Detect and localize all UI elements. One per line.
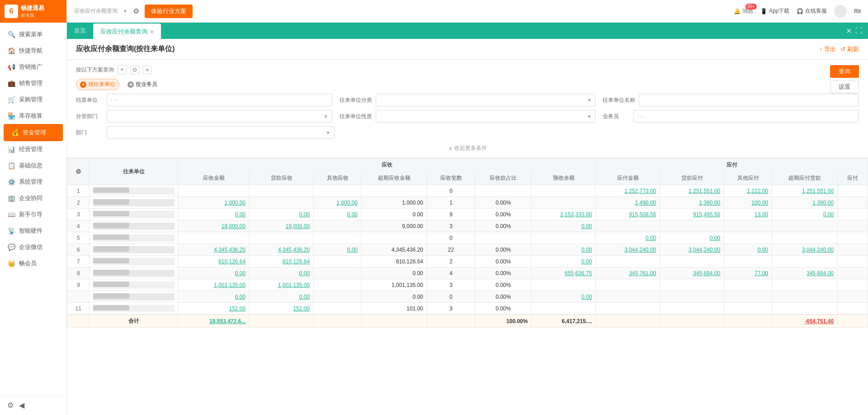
export-icon: ↑ [820, 46, 823, 52]
sidebar-item-wechat[interactable]: 💬 企业微信 [0, 239, 66, 255]
th-ap-group: 应付 [596, 158, 868, 172]
table-container[interactable]: ⚙ 往来单位 应收 应付 应收金额 贷款应收 其他应收 超期应收金额 应收笔数 … [67, 158, 868, 415]
collapse-icon: ∧ [448, 145, 453, 152]
sidebar-item-system[interactable]: ⚙️ 系统管理 [0, 174, 66, 190]
th-ap-other: 其他应付 [724, 172, 772, 185]
sidebar-item-label: 库存核算 [19, 112, 42, 120]
sidebar-item-inventory[interactable]: 🏪 库存核算 [0, 108, 66, 124]
enterprise-icon: 🏢 [7, 194, 15, 202]
sidebar-item-label: 资金管理 [23, 129, 46, 137]
solution-button[interactable]: 体验行业方案 [145, 5, 193, 18]
sidebar-item-label: 智能硬件 [19, 227, 42, 235]
table-row: 21,000.001,000.001,000.0010.00%1,490.001… [67, 197, 868, 209]
filter-field-partner-name: 往来单位名称 [603, 94, 859, 106]
partner-nature-select[interactable]: ▼ [376, 110, 596, 123]
sidebar-item-basic-info[interactable]: 📋 基础信息 [0, 157, 66, 174]
dept-select[interactable]: ▼ [107, 126, 335, 139]
filter-row-3: 部门 ▼ [76, 126, 859, 139]
footer-ap-loan [660, 315, 724, 328]
user-name: Rit [854, 8, 861, 14]
marketing-icon: 📢 [7, 63, 15, 71]
th-ar-group: 应收 [178, 158, 596, 172]
sidebar-item-label: 经营管理 [19, 145, 42, 153]
inventory-icon: 🏪 [7, 112, 15, 120]
refresh-button[interactable]: ↺ 刷新 [840, 45, 859, 53]
footer-ar-overdue [362, 315, 427, 328]
footer-empty-num [67, 315, 90, 328]
app-download-button[interactable]: 📱 App下载 [760, 7, 789, 15]
hardware-icon: 📡 [7, 227, 15, 235]
sidebar-item-member[interactable]: 👑 畅会员 [0, 255, 66, 272]
settings-icon[interactable]: ⚙ [7, 401, 14, 410]
search-menu-icon: 🔍 [7, 30, 15, 38]
dept-manager-select[interactable]: ▼ [107, 110, 332, 123]
topbar: 应收应付余额查询 ▼ ⚙ 体验行业方案 🔔 消息 99+ 📱 App下载 🎧 在… [67, 0, 868, 23]
scheme-salesman-icon: ◉ [127, 81, 134, 88]
partner-name-input[interactable] [639, 94, 859, 106]
sidebar-item-finance[interactable]: 💰 资金管理 [4, 124, 63, 141]
tab-home[interactable]: 首页 [67, 23, 93, 39]
th-ap-overdue: 超期应付货款 [772, 172, 838, 185]
filter-add-button[interactable]: + [118, 65, 127, 74]
collapse-conditions-button[interactable]: ∧ 收起更多条件 [448, 144, 487, 152]
sidebar-item-label: 搜索菜单 [19, 30, 42, 38]
dept-manager-label: 分管部门 [76, 113, 103, 120]
settlement-unit-input[interactable]: ··· [107, 94, 332, 106]
sidebar-menu: 🔍 搜索菜单 🏠 快捷导航 📢 营销推广 💼 销售管理 🛒 采购管理 🏪 库存核… [0, 23, 66, 395]
sidebar-item-quick-nav[interactable]: 🏠 快捷导航 [0, 43, 66, 59]
sidebar-item-purchase[interactable]: 🛒 采购管理 [0, 91, 66, 108]
filter-settings-button[interactable]: ⊙ [130, 65, 139, 74]
footer-ar-count [427, 315, 475, 328]
sidebar-footer: ⚙ ◀ [0, 395, 66, 415]
sidebar-item-guide[interactable]: 📖 新手引导 [0, 206, 66, 223]
filter-collapse-button[interactable]: « [143, 65, 152, 74]
query-button[interactable]: 查询 [830, 65, 859, 78]
tabbar-controls: ✕ ⛶ [846, 27, 868, 35]
filter-scheme: ⊕ 按往来单位 ◉ 按业务员 [76, 79, 859, 90]
data-table: ⚙ 往来单位 应收 应付 应收金额 贷款应收 其他应收 超期应收金额 应收笔数 … [67, 158, 868, 328]
wechat-icon: 💬 [7, 243, 15, 251]
scheme-by-salesman[interactable]: ◉ 按业务员 [124, 79, 161, 90]
dept-chevron: ▼ [326, 130, 330, 135]
page-title: 应收应付余额查询(按往来单位) [76, 44, 175, 54]
footer-label: 合计 [90, 315, 178, 328]
th-ar-loan: 贷款应收 [250, 172, 314, 185]
filter-collapse-section: ∧ 收起更多条件 [76, 143, 859, 154]
tab-close-icon[interactable]: ✕ [150, 29, 154, 34]
purchase-icon: 🛒 [7, 95, 15, 104]
table-gear-icon[interactable]: ⚙ [75, 168, 81, 175]
close-window-icon[interactable]: ✕ [846, 27, 852, 35]
sidebar-item-business[interactable]: 📊 经营管理 [0, 141, 66, 157]
tab-ar-ap-label: 应收应付余额查询 [100, 28, 147, 36]
topbar-gear-icon[interactable]: ⚙ [133, 7, 139, 15]
query-buttons: 查询 设置 [830, 65, 859, 93]
notifications-button[interactable]: 🔔 消息 99+ [734, 7, 753, 15]
sidebar-item-enterprise[interactable]: 🏢 企业协同 [0, 190, 66, 206]
footer-ar-amount[interactable]: 19,553,472,6... [178, 315, 250, 328]
sidebar-item-hardware[interactable]: 📡 智能硬件 [0, 223, 66, 239]
dept-manager-chevron: ▼ [324, 114, 328, 119]
sidebar-item-sales[interactable]: 💼 销售管理 [0, 75, 66, 91]
th-ar-prepay: 预收余额 [532, 172, 596, 185]
online-service-button[interactable]: 🎧 在线客服 [797, 7, 827, 15]
phone-icon: 📱 [760, 8, 767, 14]
salesman-input[interactable]: ··· [633, 110, 859, 123]
user-avatar[interactable] [834, 5, 847, 18]
th-gear[interactable]: ⚙ [67, 158, 90, 185]
table-row: 7810,126.64810,126.64810,126.6420.00%0.0… [67, 256, 868, 267]
sidebar-item-marketing[interactable]: 📢 营销推广 [0, 59, 66, 75]
fullscreen-icon[interactable]: ⛶ [855, 27, 863, 35]
footer-ap-overdue[interactable]: -654,751.40 [772, 315, 838, 328]
export-button[interactable]: ↑ 导出 [820, 45, 836, 53]
filter-label: 按以下方案查询 [76, 66, 114, 74]
partner-category-select[interactable]: ▼ [376, 94, 596, 106]
sidebar: 6 畅捷通易 标准版 🔍 搜索菜单 🏠 快捷导航 📢 营销推广 💼 销售管理 🛒… [0, 0, 67, 415]
sidebar-item-search-menu[interactable]: 🔍 搜索菜单 [0, 26, 66, 43]
tab-ar-ap[interactable]: 应收应付余额查询 ✕ [93, 24, 161, 40]
partner-nature-label: 往来单位性质 [340, 113, 372, 120]
dept-label: 部门 [76, 129, 103, 137]
filter-header: 按以下方案查询 + ⊙ « [76, 65, 859, 74]
scheme-by-partner[interactable]: ⊕ 按往来单位 [76, 79, 119, 90]
table-settings-button[interactable]: 设置 [830, 81, 859, 93]
collapse-sidebar-icon[interactable]: ◀ [19, 401, 24, 410]
